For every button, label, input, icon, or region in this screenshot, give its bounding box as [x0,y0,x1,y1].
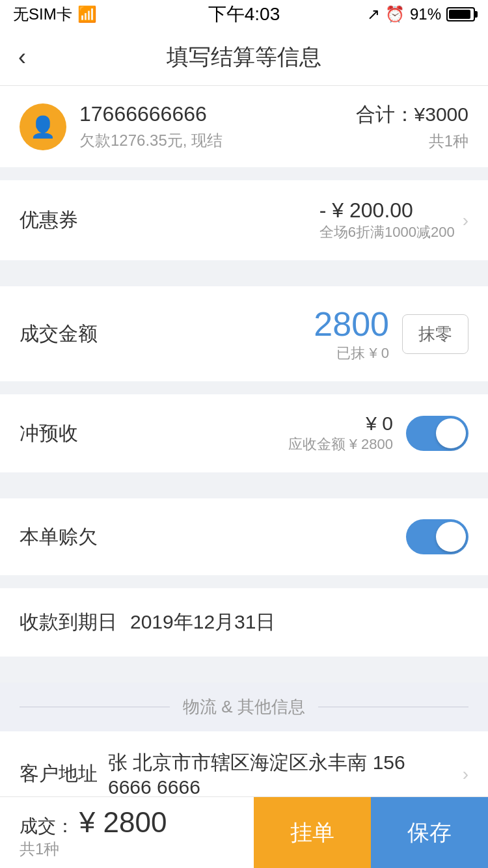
prepay-amount-col: ¥ 0 应收金额 ¥ 2800 [288,413,393,454]
address-value: 张 北京市市辖区海淀区永丰南 156 6666 6666 [108,750,452,798]
back-button[interactable]: ‹ [18,44,26,71]
credit-row: 本单赊欠 [0,498,488,575]
bottom-deal-amount: ¥ 2800 [79,806,167,838]
deal-row: 成交金额 2800 已抹 ¥ 0 抹零 [0,286,488,381]
due-label: 收款到期日 [20,609,117,636]
avatar-icon: 👤 [30,115,56,139]
coupon-info: - ¥ 200.00 全场6折满1000减200 [319,198,455,242]
prepay-row: 冲预收 ¥ 0 应收金额 ¥ 2800 [0,394,488,472]
status-left: 无SIM卡 📶 [13,4,97,25]
customer-debt: 欠款1276.35元, 现结 [79,130,223,151]
location-icon: ↗ [367,5,380,23]
deal-amount-col: 2800 已抹 ¥ 0 [314,305,389,363]
avatar: 👤 [20,103,66,150]
status-right: ↗ ⏰ 91% [367,5,475,23]
prepay-label: 冲预收 [20,420,78,447]
coupon-desc: 全场6折满1000减200 [319,223,455,242]
nav-bar: ‹ 填写结算等信息 [0,29,488,86]
prepay-amount: ¥ 0 [288,413,393,435]
bottom-deal-row: 成交： ¥ 2800 [20,806,234,839]
wifi-icon: 📶 [77,5,97,23]
credit-toggle[interactable] [406,519,468,554]
coupon-discount: - ¥ 200.00 [319,198,455,223]
gray-divider-2 [0,485,488,498]
alarm-icon: ⏰ [385,5,405,23]
bottom-count: 共1种 [20,839,234,860]
customer-left: 👤 17666666666 欠款1276.35元, 现结 [20,102,223,151]
bottom-summary: 成交： ¥ 2800 共1种 [0,806,254,860]
prepay-right: ¥ 0 应收金额 ¥ 2800 [288,413,468,454]
deal-erased: 已抹 ¥ 0 [314,344,389,363]
battery-percent: 91% [410,5,441,23]
gray-divider-1 [0,273,488,286]
section-header-line-left [20,707,170,707]
coupon-label: 优惠券 [20,207,78,234]
bottom-deal-label: 成交： [20,816,74,836]
section-header-text: 物流 & 其他信息 [183,696,305,718]
erase-button[interactable]: 抹零 [402,314,468,354]
toggle-knob [436,418,466,448]
content: 👤 17666666666 欠款1276.35元, 现结 合计：¥3000 共1… [0,86,488,868]
hang-button[interactable]: 挂单 [254,797,371,868]
carrier-text: 无SIM卡 [13,4,72,25]
status-bar: 无SIM卡 📶 下午4:03 ↗ ⏰ 91% [0,0,488,29]
bottom-actions: 挂单 保存 [254,797,488,868]
credit-toggle-knob [436,522,466,552]
coupon-row[interactable]: 优惠券 - ¥ 200.00 全场6折满1000减200 › [0,180,488,260]
prepay-toggle[interactable] [406,416,468,451]
gray-divider-3 [0,670,488,683]
due-date: 2019年12月31日 [130,609,275,636]
address-label: 客户地址 [20,761,98,787]
save-button[interactable]: 保存 [371,797,488,868]
coupon-arrow-icon: › [463,210,468,231]
credit-label: 本单赊欠 [20,524,98,550]
customer-phone: 17666666666 [79,102,223,126]
deal-amount: 2800 [314,305,389,344]
battery-icon [446,7,475,21]
coupon-right: - ¥ 200.00 全场6折满1000减200 › [319,198,468,242]
prepay-receivable: 应收金额 ¥ 2800 [288,435,393,454]
status-time: 下午4:03 [208,2,280,27]
address-arrow-icon: › [463,764,468,785]
due-row: 收款到期日 2019年12月31日 [0,588,488,657]
section-header: 物流 & 其他信息 [0,683,488,731]
deal-right: 2800 已抹 ¥ 0 抹零 [314,305,468,363]
total-count: 共1种 [356,131,468,152]
customer-info: 17666666666 欠款1276.35元, 现结 [79,102,223,151]
customer-row: 👤 17666666666 欠款1276.35元, 现结 合计：¥3000 共1… [0,86,488,167]
total-amount: 合计：¥3000 [356,102,468,128]
section-header-line-right [318,707,468,707]
page-title: 填写结算等信息 [167,42,321,72]
bottom-bar: 成交： ¥ 2800 共1种 挂单 保存 [0,796,488,868]
deal-label: 成交金额 [20,321,98,347]
customer-right: 合计：¥3000 共1种 [356,102,468,152]
